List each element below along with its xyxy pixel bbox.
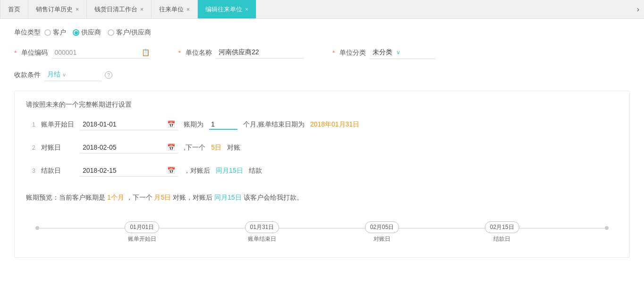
- unit-name-input[interactable]: [216, 47, 304, 59]
- unit-name-label: 单位名称: [186, 49, 212, 57]
- unit-category-arrow-icon: ∨: [396, 49, 400, 56]
- timeline-node-1: 01月01日 账单开始日: [125, 221, 159, 243]
- card-title: 请按照未来的一个完整帐期进行设置: [26, 101, 618, 109]
- unit-category-select[interactable]: 未分类 ∨: [370, 46, 436, 59]
- row-label-2: 对账日: [41, 144, 74, 152]
- node-badge-3: 02月05日: [365, 221, 399, 233]
- node-sub-3: 对账日: [373, 235, 390, 243]
- radio-customer-supplier-circle: [108, 29, 114, 36]
- payment-suffix-post: 结款: [249, 167, 262, 175]
- setting-row-2: 2 对账日 📅 ,下一个 5日 对账: [26, 142, 618, 153]
- summary-end: 该客户会给我打款。: [244, 194, 303, 201]
- start-date-input[interactable]: [83, 120, 165, 128]
- summary-prefix: 账期预览：当前客户账期是: [26, 194, 105, 201]
- radio-group-unit-type: 客户 供应商 客户/供应商: [44, 28, 151, 37]
- reconcile-date-input[interactable]: [83, 144, 165, 151]
- timeline-right-dot: [605, 226, 609, 230]
- payment-date-cal-icon[interactable]: 📅: [167, 167, 175, 174]
- row-label-1: 账单开始日: [41, 120, 74, 129]
- node-badge-1: 01月01日: [125, 221, 159, 233]
- row-num-1: 1: [26, 121, 35, 128]
- radio-customer[interactable]: 客户: [44, 28, 66, 37]
- timeline-seg-4: [399, 228, 484, 228]
- unit-category-required: *: [332, 49, 335, 57]
- main-content: 单位类型 客户 供应商 客户/供应商 * 单位编码: [0, 19, 644, 287]
- reconcile-day-highlight: 5日: [211, 144, 221, 152]
- payment-terms-select[interactable]: 月结 ∨: [44, 68, 101, 81]
- unit-name-required: *: [178, 49, 180, 57]
- summary-after: 对账，对账后: [173, 194, 212, 201]
- timeline-section: 01月01日 账单开始日 01月31日 账单结束日 02月05日 对账日: [26, 217, 618, 248]
- close-partner-unit-icon[interactable]: ×: [186, 6, 190, 13]
- reconcile-date-cal-icon[interactable]: 📅: [167, 144, 175, 151]
- period-suffix-pre: 账期为: [184, 120, 203, 129]
- timeline-node-3: 02月05日 对账日: [365, 221, 399, 243]
- node-sub-4: 结款日: [493, 235, 510, 243]
- unit-name-field: * 单位名称: [178, 47, 304, 59]
- start-date-cal-icon[interactable]: 📅: [167, 120, 175, 128]
- unit-category-field: * 单位分类 未分类 ∨: [332, 46, 436, 59]
- tab-edit-partner-unit-label: 编辑往来单位: [205, 5, 242, 14]
- tab-home-label: 首页: [8, 5, 20, 14]
- close-edit-partner-unit-icon[interactable]: ×: [245, 6, 248, 13]
- tab-cash-work[interactable]: 钱货日清工作台 ×: [87, 0, 152, 18]
- setting-row-3: 3 结款日 📅 ，对账后 同月15日 结款: [26, 165, 618, 177]
- tab-home[interactable]: 首页: [0, 0, 28, 18]
- timeline-seg-1: [39, 228, 125, 228]
- tab-more-button[interactable]: ›: [632, 0, 644, 18]
- radio-customer-supplier[interactable]: 客户/供应商: [108, 28, 151, 37]
- tab-partner-unit[interactable]: 往来单位 ×: [152, 0, 198, 18]
- payment-terms-row: 收款条件 月结 ∨ ?: [14, 68, 630, 81]
- summary-day: 月5日: [154, 194, 171, 201]
- payment-terms-value: 月结: [47, 70, 60, 79]
- radio-customer-label: 客户: [53, 28, 66, 37]
- timeline-seg-5: [519, 228, 605, 228]
- period-settings-card: 请按照未来的一个完整帐期进行设置 1 账单开始日 📅 账期为 个月,账单结束日期…: [14, 91, 630, 258]
- tab-edit-partner-unit[interactable]: 编辑往来单位 ×: [198, 0, 256, 18]
- reconcile-suffix-pre: ,下一个: [184, 144, 205, 152]
- timeline-left-dot: [35, 226, 39, 230]
- summary-row: 账期预览：当前客户账期是 1个月 ，下一个 月5日 对账，对账后 同月15日 该…: [26, 188, 618, 207]
- payment-terms-label: 收款条件: [14, 71, 41, 79]
- payment-terms-arrow-icon: ∨: [62, 72, 66, 78]
- unit-category-label: 单位分类: [339, 49, 366, 57]
- unit-code-input-wrap: 📋: [51, 47, 150, 59]
- radio-supplier-label: 供应商: [81, 28, 101, 37]
- unit-code-field: * 单位编码 📋: [14, 47, 150, 59]
- unit-code-copy-icon[interactable]: 📋: [142, 49, 150, 56]
- summary-mid: ，下一个: [126, 194, 153, 201]
- node-sub-1: 账单开始日: [128, 235, 156, 243]
- reconcile-date-input-wrap: 📅: [80, 142, 178, 153]
- start-date-input-wrap: 📅: [80, 118, 178, 130]
- period-suffix-post: 个月,账单结束日期为: [243, 120, 305, 129]
- period-end-date-highlight: 2018年01月31日: [310, 120, 359, 129]
- node-sub-2: 账单结束日: [248, 235, 276, 243]
- timeline-track: 01月01日 账单开始日 01月31日 账单结束日 02月05日 对账日: [35, 221, 609, 243]
- payment-day-highlight: 同月15日: [216, 167, 243, 175]
- help-icon[interactable]: ?: [105, 71, 112, 79]
- timeline-node-2: 01月31日 账单结束日: [245, 221, 280, 243]
- summary-payment: 同月15日: [214, 194, 242, 201]
- close-sales-order-history-icon[interactable]: ×: [76, 6, 79, 13]
- row-num-3: 3: [26, 167, 35, 174]
- tab-partner-unit-label: 往来单位: [159, 5, 184, 14]
- radio-supplier-circle: [73, 29, 79, 36]
- row-num-2: 2: [26, 144, 35, 151]
- payment-date-input-wrap: 📅: [80, 165, 178, 177]
- unit-fields-row: * 单位编码 📋 * 单位名称 * 单位分类 未分类 ∨: [14, 46, 630, 59]
- unit-code-required: *: [14, 49, 17, 57]
- close-cash-work-icon[interactable]: ×: [140, 6, 144, 13]
- timeline-seg-3: [279, 228, 364, 228]
- tab-bar: 首页 销售订单历史 × 钱货日清工作台 × 往来单位 × 编辑往来单位 × ›: [0, 0, 644, 19]
- radio-supplier[interactable]: 供应商: [73, 28, 101, 37]
- tab-sales-order-history[interactable]: 销售订单历史 ×: [28, 0, 87, 18]
- payment-date-input[interactable]: [83, 167, 165, 174]
- setting-row-1: 1 账单开始日 📅 账期为 个月,账单结束日期为 2018年01月31日: [26, 118, 618, 130]
- period-value-input[interactable]: [209, 119, 237, 130]
- summary-period: 1个月: [107, 194, 124, 201]
- unit-code-input[interactable]: [51, 47, 140, 58]
- payment-terms-field: 收款条件 月结 ∨ ?: [14, 68, 112, 81]
- reconcile-suffix-post: 对账: [227, 144, 240, 152]
- unit-type-field: 单位类型 客户 供应商 客户/供应商: [14, 28, 151, 37]
- unit-code-label: 单位编码: [21, 49, 48, 57]
